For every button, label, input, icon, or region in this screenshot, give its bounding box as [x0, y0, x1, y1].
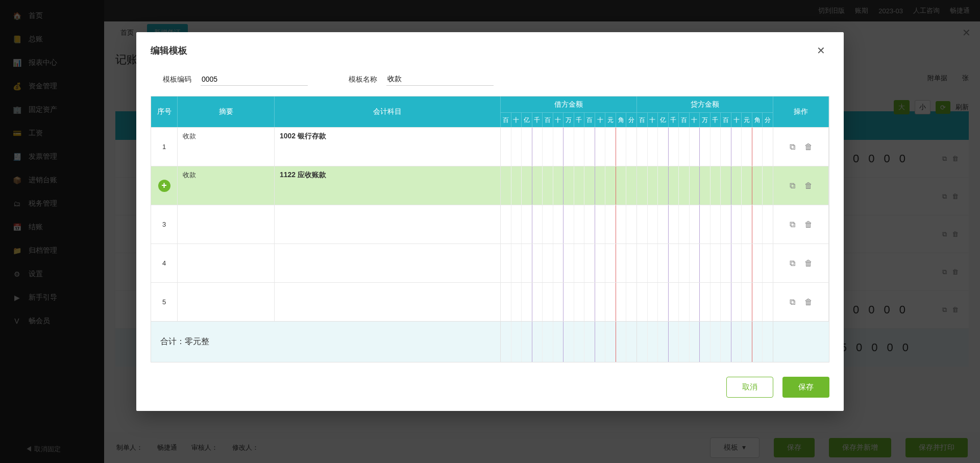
row-debit[interactable] — [501, 128, 637, 166]
delete-icon[interactable]: 🗑 — [804, 142, 813, 152]
row-ops: ⧉🗑 — [773, 244, 829, 282]
delete-icon[interactable]: 🗑 — [804, 298, 813, 307]
modal-overlay: 编辑模板 ✕ 模板编码 模板名称 序号 摘要 会计科目 — [0, 0, 980, 463]
col-debit-header: 借方金额 — [501, 96, 636, 113]
delete-icon[interactable]: 🗑 — [804, 220, 813, 229]
row-ops: ⧉🗑 — [773, 205, 829, 243]
row-summary[interactable] — [178, 283, 275, 321]
row-credit[interactable] — [637, 166, 773, 205]
template-row[interactable]: 1收款1002 银行存款⧉🗑 — [151, 127, 829, 166]
row-index: 5 — [151, 283, 178, 321]
template-grid: 序号 摘要 会计科目 借方金额 百十亿千百十万千百十元角分 贷方金额 百十亿千百… — [151, 96, 829, 362]
row-debit[interactable] — [501, 244, 637, 282]
template-row[interactable]: +收款1122 应收账款⧉🗑 — [151, 166, 829, 205]
template-row[interactable]: 4⧉🗑 — [151, 243, 829, 282]
total-label: 合计：零元整 — [151, 322, 501, 362]
row-account[interactable]: 1002 银行存款 — [275, 128, 501, 166]
edit-template-modal: 编辑模板 ✕ 模板编码 模板名称 序号 摘要 会计科目 — [136, 32, 844, 411]
row-summary[interactable]: 收款 — [178, 166, 275, 205]
template-name-input[interactable] — [386, 73, 494, 86]
row-debit[interactable] — [501, 205, 637, 243]
row-debit[interactable] — [501, 166, 637, 205]
debit-digit-labels: 百十亿千百十万千百十元角分 — [501, 113, 636, 127]
template-code-input[interactable] — [201, 73, 308, 86]
copy-icon[interactable]: ⧉ — [790, 259, 795, 268]
add-row-button[interactable]: + — [158, 180, 170, 192]
copy-icon[interactable]: ⧉ — [790, 142, 795, 152]
modal-title: 编辑模板 — [151, 44, 187, 57]
save-button[interactable]: 保存 — [782, 377, 829, 398]
delete-icon[interactable]: 🗑 — [804, 181, 813, 190]
copy-icon[interactable]: ⧉ — [790, 220, 795, 229]
row-account[interactable] — [275, 205, 501, 243]
row-ops: ⧉🗑 — [773, 283, 829, 321]
row-debit[interactable] — [501, 283, 637, 321]
row-credit[interactable] — [637, 205, 773, 243]
copy-icon[interactable]: ⧉ — [790, 298, 795, 307]
col-index-header: 序号 — [151, 96, 178, 127]
row-credit[interactable] — [637, 128, 773, 166]
template-row[interactable]: 5⧉🗑 — [151, 282, 829, 321]
row-credit[interactable] — [637, 283, 773, 321]
col-account-header: 会计科目 — [275, 96, 501, 127]
row-credit[interactable] — [637, 244, 773, 282]
cancel-button[interactable]: 取消 — [726, 377, 773, 398]
copy-icon[interactable]: ⧉ — [790, 181, 795, 190]
row-index: 4 — [151, 244, 178, 282]
row-index: 3 — [151, 205, 178, 243]
row-index: + — [151, 166, 178, 205]
row-account[interactable] — [275, 244, 501, 282]
template-name-label: 模板名称 — [349, 75, 377, 84]
close-icon[interactable]: ✕ — [813, 42, 829, 59]
template-row[interactable]: 3⧉🗑 — [151, 205, 829, 243]
row-account[interactable] — [275, 283, 501, 321]
total-row: 合计：零元整 — [151, 321, 829, 362]
row-ops: ⧉🗑 — [773, 166, 829, 205]
credit-digit-labels: 百十亿千百十万千百十元角分 — [637, 113, 773, 127]
col-credit-header: 贷方金额 — [637, 96, 773, 113]
col-summary-header: 摘要 — [178, 96, 275, 127]
row-account[interactable]: 1122 应收账款 — [275, 166, 501, 205]
row-summary[interactable] — [178, 205, 275, 243]
row-ops: ⧉🗑 — [773, 128, 829, 166]
row-summary[interactable]: 收款 — [178, 128, 275, 166]
row-summary[interactable] — [178, 244, 275, 282]
row-index: 1 — [151, 128, 178, 166]
col-ops-header: 操作 — [773, 96, 829, 127]
delete-icon[interactable]: 🗑 — [804, 259, 813, 268]
template-code-label: 模板编码 — [163, 75, 191, 84]
